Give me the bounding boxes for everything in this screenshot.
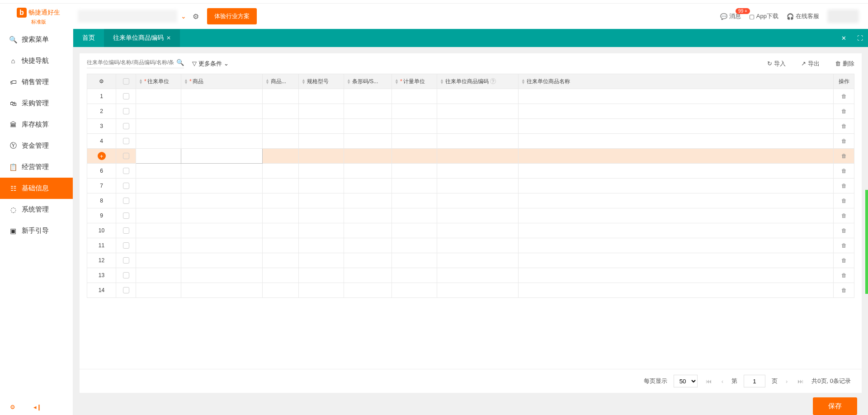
- cell[interactable]: [344, 164, 392, 179]
- company-selector[interactable]: ⌄ ⚙: [78, 10, 199, 23]
- col-check-all[interactable]: [116, 74, 136, 89]
- trash-icon[interactable]: 🗑: [841, 108, 847, 114]
- row-delete[interactable]: 🗑: [834, 179, 854, 193]
- cell[interactable]: [136, 104, 181, 119]
- row-check[interactable]: [116, 193, 136, 208]
- row-delete[interactable]: 🗑: [834, 268, 854, 283]
- cell[interactable]: [437, 89, 519, 104]
- row-check[interactable]: [116, 268, 136, 283]
- row-delete[interactable]: 🗑: [834, 104, 854, 119]
- trash-icon[interactable]: 🗑: [841, 153, 847, 159]
- cell[interactable]: [344, 253, 392, 268]
- cell[interactable]: [392, 179, 437, 193]
- cell[interactable]: [299, 268, 344, 283]
- cell[interactable]: [437, 164, 519, 179]
- cell[interactable]: [392, 104, 437, 119]
- row-check[interactable]: [116, 179, 136, 193]
- trash-icon[interactable]: 🗑: [841, 123, 847, 129]
- search-icon[interactable]: 🔍: [176, 59, 184, 66]
- cell[interactable]: [519, 104, 834, 119]
- row-delete[interactable]: 🗑: [834, 193, 854, 208]
- cell[interactable]: [519, 164, 834, 179]
- cell[interactable]: [263, 149, 299, 164]
- cell[interactable]: [136, 193, 181, 208]
- checkbox[interactable]: [123, 138, 129, 144]
- cell[interactable]: [437, 149, 519, 164]
- table-row[interactable]: 13🗑: [87, 268, 854, 283]
- table-row[interactable]: 1🗑: [87, 89, 854, 104]
- cell[interactable]: [136, 283, 181, 298]
- col-barcode[interactable]: ▲▼条形码/S...: [344, 74, 392, 89]
- col-uom[interactable]: ▲▼*计量单位: [392, 74, 437, 89]
- cell[interactable]: [263, 268, 299, 283]
- cell[interactable]: [392, 119, 437, 134]
- cell[interactable]: [437, 253, 519, 268]
- gear-icon[interactable]: ⚙: [193, 12, 199, 21]
- row-delete[interactable]: 🗑: [834, 238, 854, 253]
- sidebar-item-quicknav[interactable]: ⌂快捷导航: [0, 50, 73, 71]
- trash-icon[interactable]: 🗑: [841, 242, 847, 249]
- row-check[interactable]: [116, 164, 136, 179]
- cell[interactable]: [344, 268, 392, 283]
- import-button[interactable]: ↻导入: [767, 60, 786, 68]
- cell[interactable]: [344, 179, 392, 193]
- cell[interactable]: [392, 164, 437, 179]
- user-avatar[interactable]: [827, 9, 859, 23]
- checkbox[interactable]: [123, 257, 129, 264]
- cell[interactable]: [392, 193, 437, 208]
- table-row[interactable]: 14🗑: [87, 283, 854, 298]
- cell[interactable]: [392, 268, 437, 283]
- trash-icon[interactable]: 🗑: [841, 168, 847, 174]
- row-delete[interactable]: 🗑: [834, 283, 854, 298]
- cell[interactable]: [344, 223, 392, 238]
- cell[interactable]: [136, 268, 181, 283]
- per-page-select[interactable]: 50: [674, 375, 698, 387]
- cell[interactable]: [437, 268, 519, 283]
- cell[interactable]: [181, 238, 263, 253]
- cell[interactable]: [392, 149, 437, 164]
- settings-icon[interactable]: ⚙: [10, 404, 15, 410]
- tab-partner-product-code[interactable]: 往来单位商品编码 ✕: [104, 29, 180, 47]
- close-icon[interactable]: ✕: [166, 35, 171, 41]
- cell[interactable]: [299, 179, 344, 193]
- checkbox[interactable]: [123, 153, 129, 159]
- collapse-icon[interactable]: ◂❙: [33, 404, 42, 410]
- checkbox[interactable]: [123, 287, 129, 293]
- row-check[interactable]: [116, 149, 136, 164]
- row-delete[interactable]: 🗑: [834, 89, 854, 104]
- row-check[interactable]: [116, 89, 136, 104]
- cell[interactable]: [181, 164, 263, 179]
- cell[interactable]: [263, 104, 299, 119]
- trash-icon[interactable]: 🗑: [841, 287, 847, 293]
- cell[interactable]: [392, 238, 437, 253]
- cell[interactable]: [136, 89, 181, 104]
- cell[interactable]: [344, 134, 392, 149]
- cell[interactable]: [136, 208, 181, 223]
- add-row-icon[interactable]: +: [98, 152, 106, 160]
- checkbox[interactable]: [123, 183, 129, 189]
- support-link[interactable]: 🎧 在线客服: [787, 12, 819, 20]
- fullscreen-icon[interactable]: ⛶: [852, 35, 868, 42]
- sidebar-item-basicinfo[interactable]: ☷基础信息: [0, 178, 73, 199]
- cell[interactable]: [437, 193, 519, 208]
- cell[interactable]: [437, 179, 519, 193]
- cell[interactable]: [437, 238, 519, 253]
- row-delete[interactable]: 🗑: [834, 253, 854, 268]
- row-check[interactable]: [116, 253, 136, 268]
- cell[interactable]: [136, 149, 181, 164]
- cell[interactable]: [519, 134, 834, 149]
- cell[interactable]: [437, 119, 519, 134]
- cell[interactable]: [181, 193, 263, 208]
- col-product-name[interactable]: ▲▼商品...: [263, 74, 299, 89]
- cell[interactable]: [263, 134, 299, 149]
- row-check[interactable]: [116, 134, 136, 149]
- checkbox[interactable]: [123, 242, 129, 249]
- cell[interactable]: [519, 283, 834, 298]
- row-delete[interactable]: 🗑: [834, 164, 854, 179]
- cell[interactable]: [437, 208, 519, 223]
- cell[interactable]: [519, 149, 834, 164]
- cell[interactable]: [519, 193, 834, 208]
- cell[interactable]: [263, 179, 299, 193]
- prev-page-icon[interactable]: ‹: [720, 378, 725, 385]
- cell[interactable]: [181, 179, 263, 193]
